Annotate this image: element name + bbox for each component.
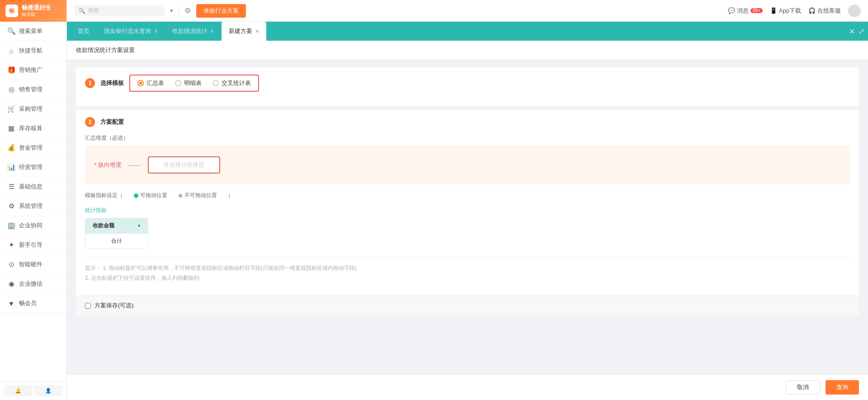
wechat-icon: ◉ bbox=[7, 280, 15, 288]
sales-icon: ◎ bbox=[7, 85, 15, 94]
search-menu-icon: 🔍 bbox=[7, 27, 15, 35]
gear-icon[interactable]: ⚙ bbox=[184, 6, 191, 15]
metrics-config: 模板指标设定（ 可拖动位置 不可拖动位置 ） 统计指标 bbox=[85, 192, 850, 250]
step1-badge: 1 bbox=[85, 78, 95, 88]
main-area: 🔍 搜索 ▾ ⚙ 体验行业方案 💬 消息 99+ 📱 App下载 🎧 在线客服 bbox=[67, 0, 868, 400]
step2-label: 方案配置 bbox=[100, 118, 124, 126]
purchase-icon: 🛒 bbox=[7, 105, 15, 113]
tabbar: 首页 现金银行流水查询 ✕ 收款情况统计 ✕ 新建方案 ✕ ✕ ⤢ bbox=[67, 22, 868, 41]
arrow-icon: —— bbox=[129, 162, 141, 169]
topbar-search[interactable]: 🔍 搜索 bbox=[74, 5, 165, 16]
step1-section: 1 选择模板 汇总表 明细表 bbox=[76, 67, 859, 106]
tab-bank-flow[interactable]: 现金银行流水查询 ✕ bbox=[97, 22, 165, 41]
topbar: 🔍 搜索 ▾ ⚙ 体验行业方案 💬 消息 99+ 📱 App下载 🎧 在线客服 bbox=[67, 0, 868, 22]
tab-home[interactable]: 首页 bbox=[71, 22, 97, 41]
vertical-dimension-label: * 纵向维度 bbox=[94, 161, 122, 169]
sidebar-item-member[interactable]: ▼ 畅会员 bbox=[0, 294, 66, 313]
tabbar-right: ✕ ⤢ bbox=[849, 27, 864, 36]
message-icon: 💬 bbox=[728, 7, 735, 14]
radio-crosstab-circle bbox=[212, 80, 219, 86]
sidebar-item-hardware[interactable]: ⊙ 智能硬件 bbox=[0, 255, 66, 274]
sidebar-item-sales[interactable]: ◎ 销售管理 bbox=[0, 80, 66, 99]
metrics-category-label: 统计指标 bbox=[85, 203, 850, 218]
step2-row: 2 方案配置 bbox=[85, 117, 850, 127]
query-button[interactable]: 查询 bbox=[826, 380, 859, 395]
page-wrapper: 收款情况统计方案设置 1 选择模板 汇总表 bbox=[67, 41, 868, 322]
action-bar: 取消 查询 bbox=[67, 374, 868, 400]
tab-receipt-stats[interactable]: 收款情况统计 ✕ bbox=[165, 22, 222, 41]
metrics-header[interactable]: 收款金额 ▾ bbox=[85, 218, 148, 233]
dimension-select[interactable]: 请选择分组维度 bbox=[148, 156, 220, 174]
step1-label: 选择模板 bbox=[100, 79, 124, 87]
sidebar: 畅 畅捷通好生 标准版 🔍 搜索菜单 ⌂ 快捷导航 🎁 营销推广 ◎ 销售管理 … bbox=[0, 0, 67, 400]
cancel-button[interactable]: 取消 bbox=[786, 380, 820, 395]
radio-crosstab[interactable]: 交叉统计表 bbox=[212, 79, 251, 87]
sidebar-item-guide[interactable]: ✦ 新手引导 bbox=[0, 235, 66, 255]
operations-icon: 📊 bbox=[7, 163, 15, 171]
sidebar-item-enterprise[interactable]: 🏢 企业协同 bbox=[0, 216, 66, 235]
logo-icon: 畅 bbox=[5, 5, 18, 17]
step2-section: 2 方案配置 汇总维度（必选） * 纵向维度 —— 请选择分组维度 bbox=[76, 110, 859, 296]
sidebar-item-finance[interactable]: 💰 资金管理 bbox=[0, 138, 66, 158]
expand-icon[interactable]: ⤢ bbox=[859, 27, 864, 36]
dimension-row: * 纵向维度 —— 请选择分组维度 bbox=[94, 156, 220, 174]
tab-receipt-stats-close[interactable]: ✕ bbox=[210, 28, 214, 34]
radio-detail[interactable]: 明细表 bbox=[175, 79, 202, 87]
download-item[interactable]: 📱 App下载 bbox=[770, 7, 801, 15]
logo-text: 畅捷通好生 标准版 bbox=[22, 4, 51, 18]
metrics-header-label: 收款金额 bbox=[93, 222, 114, 230]
tab-bank-flow-close[interactable]: ✕ bbox=[154, 28, 158, 34]
service-icon: 🎧 bbox=[808, 7, 816, 14]
download-icon: 📱 bbox=[770, 7, 777, 14]
step1-row: 1 选择模板 汇总表 明细表 bbox=[85, 75, 850, 92]
metrics-cell-total: 合计 bbox=[85, 233, 148, 249]
trial-industry-button[interactable]: 体验行业方案 bbox=[196, 4, 246, 18]
search-icon: 🔍 bbox=[79, 8, 85, 14]
member-icon: ▼ bbox=[7, 300, 15, 307]
metrics-table: 收款金额 ▾ 合计 bbox=[85, 218, 148, 249]
tab-new-plan[interactable]: 新建方案 ✕ bbox=[222, 22, 266, 41]
notification-item[interactable]: 💬 消息 99+ bbox=[728, 7, 763, 15]
sidebar-notification-btn[interactable]: 🔔 bbox=[4, 385, 33, 396]
dimension-subtitle: 汇总维度（必选） bbox=[85, 134, 850, 142]
notification-badge: 99+ bbox=[750, 8, 763, 13]
sidebar-item-inventory[interactable]: ▦ 库存核算 bbox=[0, 119, 66, 138]
sidebar-item-system[interactable]: ⚙ 系统管理 bbox=[0, 197, 66, 216]
non-draggable-dot bbox=[178, 193, 183, 198]
sidebar-item-base-info[interactable]: ☰ 基础信息 bbox=[0, 177, 66, 197]
sidebar-item-search-menu[interactable]: 🔍 搜索菜单 bbox=[0, 22, 66, 41]
sidebar-item-purchase[interactable]: 🛒 采购管理 bbox=[0, 99, 66, 119]
dropdown-arrow-icon[interactable]: ▾ bbox=[170, 7, 173, 14]
hint-text-2: 2. 点击标题栏下拉可设置排序、插入列和删除列 bbox=[85, 273, 850, 283]
template-radio-group: 汇总表 明细表 交叉统计表 bbox=[129, 75, 259, 92]
metrics-title: 模板指标设定（ 可拖动位置 不可拖动位置 ） bbox=[85, 192, 850, 199]
sidebar-item-operations[interactable]: 📊 经营管理 bbox=[0, 158, 66, 177]
sidebar-item-marketing[interactable]: 🎁 营销推广 bbox=[0, 61, 66, 80]
sidebar-logo: 畅 畅捷通好生 标准版 bbox=[0, 0, 66, 22]
draggable-label: 可拖动位置 bbox=[134, 192, 167, 199]
sidebar-bottom: 🔔 👤 bbox=[0, 381, 66, 400]
content-area: 收款情况统计方案设置 1 选择模板 汇总表 bbox=[67, 41, 868, 374]
tab-new-plan-close[interactable]: ✕ bbox=[255, 28, 259, 34]
sidebar-item-quick-nav[interactable]: ⌂ 快捷导航 bbox=[0, 41, 66, 61]
topbar-divider bbox=[179, 6, 179, 15]
sidebar-user-btn[interactable]: 👤 bbox=[34, 385, 63, 396]
page-body: 1 选择模板 汇总表 明细表 bbox=[67, 60, 868, 322]
radio-summary[interactable]: 汇总表 bbox=[137, 79, 164, 87]
close-window-icon[interactable]: ✕ bbox=[849, 27, 855, 36]
base-info-icon: ☰ bbox=[7, 183, 15, 191]
draggable-dot bbox=[134, 193, 138, 198]
metrics-chevron-icon: ▾ bbox=[138, 223, 141, 229]
avatar[interactable] bbox=[848, 5, 861, 17]
radio-detail-circle bbox=[175, 80, 181, 86]
footer-section: 方案保存(可选) bbox=[76, 296, 859, 315]
sidebar-item-wechat[interactable]: ◉ 企业微信 bbox=[0, 274, 66, 294]
quick-nav-icon: ⌂ bbox=[7, 47, 15, 55]
radio-summary-circle bbox=[137, 80, 144, 86]
marketing-icon: 🎁 bbox=[7, 66, 15, 74]
service-item[interactable]: 🎧 在线客服 bbox=[808, 7, 841, 15]
save-plan-checkbox[interactable] bbox=[85, 303, 91, 309]
hardware-icon: ⊙ bbox=[7, 260, 15, 268]
step2-badge: 2 bbox=[85, 117, 95, 127]
topbar-right: 💬 消息 99+ 📱 App下载 🎧 在线客服 bbox=[728, 5, 861, 17]
